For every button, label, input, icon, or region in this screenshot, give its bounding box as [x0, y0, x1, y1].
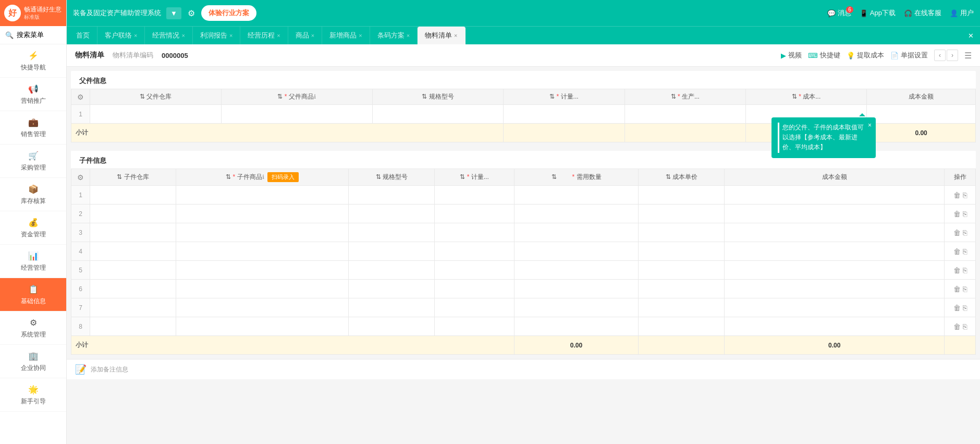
shortcut-action[interactable]: ⌨ 快捷键 [808, 51, 840, 60]
tab-goods[interactable]: 商品 × [288, 27, 322, 44]
child-row-5-unit-cost[interactable] [639, 261, 725, 280]
single-settings-action[interactable]: 📄 单据设置 [890, 51, 928, 60]
child-row-8-amount[interactable] [725, 317, 945, 336]
child-row-1-unit-cost[interactable] [639, 186, 725, 205]
prev-arrow[interactable]: ‹ [934, 50, 946, 61]
user-item[interactable]: 👤 用户 [950, 8, 974, 18]
copy-row-icon[interactable]: ⎘ [963, 229, 967, 237]
child-needed-sort[interactable]: ⇅ [552, 173, 557, 181]
child-col-gear[interactable]: ⚙ [71, 169, 90, 186]
sidebar-item-inventory[interactable]: 📦 库存核算 [0, 178, 66, 211]
tab-history[interactable]: 经营历程 × [240, 27, 288, 44]
tab-profit[interactable]: 利润报告 × [193, 27, 240, 44]
extract-cost-action[interactable]: 💡 提取成本 [847, 51, 884, 60]
child-row-5-quantity[interactable] [435, 261, 514, 280]
trial-button[interactable]: 体验行业方案 [201, 5, 256, 21]
child-row-5-needed[interactable] [514, 261, 638, 280]
sidebar-item-system[interactable]: ⚙ 系统管理 [0, 311, 66, 345]
copy-row-icon[interactable]: ⎘ [963, 191, 967, 199]
child-row-3-warehouse[interactable] [90, 223, 176, 242]
settings-icon[interactable]: ⚙ [183, 6, 199, 20]
parent-row-1-quantity[interactable] [504, 105, 624, 124]
child-row-3-product[interactable] [176, 223, 349, 242]
child-row-7-spec[interactable] [349, 298, 435, 317]
tab-operations-status-close[interactable]: × [181, 32, 185, 39]
child-row-4-warehouse[interactable] [90, 242, 176, 261]
child-row-6-warehouse[interactable] [90, 280, 176, 298]
child-row-7-unit-cost[interactable] [639, 298, 725, 317]
child-row-2-spec[interactable] [349, 205, 435, 223]
child-row-5-warehouse[interactable] [90, 261, 176, 280]
sidebar-item-enterprise[interactable]: 🏢 企业协同 [0, 345, 66, 378]
child-row-6-needed[interactable] [514, 280, 638, 298]
tab-history-close[interactable]: × [277, 32, 280, 39]
parent-row-1-production[interactable] [624, 105, 745, 124]
sidebar-item-marketing[interactable]: 📢 营销推广 [0, 78, 66, 111]
parent-warehouse-sort[interactable]: ⇅ [140, 93, 145, 100]
parent-cost-sort[interactable]: ⇅ [792, 93, 797, 100]
child-row-7-product[interactable] [176, 298, 349, 317]
child-row-2-unit-cost[interactable] [639, 205, 725, 223]
app-download-item[interactable]: 📱 App下载 [860, 8, 896, 18]
child-row-2-quantity[interactable] [435, 205, 514, 223]
tab-barcode[interactable]: 条码方案 × [370, 27, 418, 44]
child-row-3-spec[interactable] [349, 223, 435, 242]
child-row-1-amount[interactable] [725, 186, 945, 205]
child-row-2-product[interactable] [176, 205, 349, 223]
message-item[interactable]: 💬 消息 6 [827, 8, 851, 18]
child-row-4-needed[interactable] [514, 242, 638, 261]
delete-row-icon[interactable]: 🗑 [953, 247, 961, 256]
tab-bom[interactable]: 物料清单 × [418, 27, 465, 44]
parent-product-sort[interactable]: ⇅ [277, 93, 283, 100]
child-row-5-product[interactable] [176, 261, 349, 280]
delete-row-icon[interactable]: 🗑 [953, 322, 961, 331]
child-row-8-needed[interactable] [514, 317, 638, 336]
child-row-7-amount[interactable] [725, 298, 945, 317]
child-row-6-amount[interactable] [725, 280, 945, 298]
tab-goods-close[interactable]: × [311, 32, 314, 39]
copy-row-icon[interactable]: ⎘ [963, 210, 967, 218]
child-row-6-quantity[interactable] [435, 280, 514, 298]
sidebar-item-purchase[interactable]: 🛒 采购管理 [0, 145, 66, 178]
child-warehouse-sort[interactable]: ⇅ [117, 173, 122, 181]
child-row-3-needed[interactable] [514, 223, 638, 242]
child-row-3-unit-cost[interactable] [639, 223, 725, 242]
child-row-5-spec[interactable] [349, 261, 435, 280]
tab-operations-status[interactable]: 经营情况 × [145, 27, 192, 44]
child-row-8-warehouse[interactable] [90, 317, 176, 336]
child-row-6-product[interactable] [176, 280, 349, 298]
child-qty-sort[interactable]: ⇅ [460, 173, 465, 181]
child-row-7-quantity[interactable] [435, 298, 514, 317]
sidebar-item-basics[interactable]: 📋 基础信息 [0, 278, 66, 311]
child-row-7-warehouse[interactable] [90, 298, 176, 317]
child-spec-sort[interactable]: ⇅ [376, 173, 381, 181]
tab-add-goods[interactable]: 新增商品 × [322, 27, 370, 44]
parent-row-1-warehouse[interactable] [90, 105, 222, 124]
parent-qty-sort[interactable]: ⇅ [549, 93, 555, 100]
child-product-sort[interactable]: ⇅ [226, 173, 231, 181]
child-row-1-spec[interactable] [349, 186, 435, 205]
child-row-7-needed[interactable] [514, 298, 638, 317]
sidebar-item-sales[interactable]: 💼 销售管理 [0, 111, 66, 145]
child-row-3-amount[interactable] [725, 223, 945, 242]
child-row-8-product[interactable] [176, 317, 349, 336]
child-row-8-spec[interactable] [349, 317, 435, 336]
parent-row-1-spec[interactable] [372, 105, 504, 124]
copy-row-icon[interactable]: ⎘ [963, 322, 967, 331]
child-row-2-needed[interactable] [514, 205, 638, 223]
copy-row-icon[interactable]: ⎘ [963, 247, 967, 256]
tab-customer[interactable]: 客户联络 × [97, 27, 145, 44]
child-row-2-warehouse[interactable] [90, 205, 176, 223]
child-row-4-product[interactable] [176, 242, 349, 261]
child-row-2-amount[interactable] [725, 205, 945, 223]
tab-home[interactable]: 首页 [69, 27, 97, 44]
view-video-action[interactable]: ▶ 视频 [781, 51, 802, 60]
copy-row-icon[interactable]: ⎘ [963, 285, 967, 293]
tab-customer-close[interactable]: × [134, 32, 137, 39]
delete-row-icon[interactable]: 🗑 [953, 266, 961, 274]
child-row-4-amount[interactable] [725, 242, 945, 261]
child-row-4-quantity[interactable] [435, 242, 514, 261]
child-row-5-amount[interactable] [725, 261, 945, 280]
online-service-item[interactable]: 🎧 在线客服 [904, 8, 941, 18]
copy-row-icon[interactable]: ⎘ [963, 266, 967, 274]
